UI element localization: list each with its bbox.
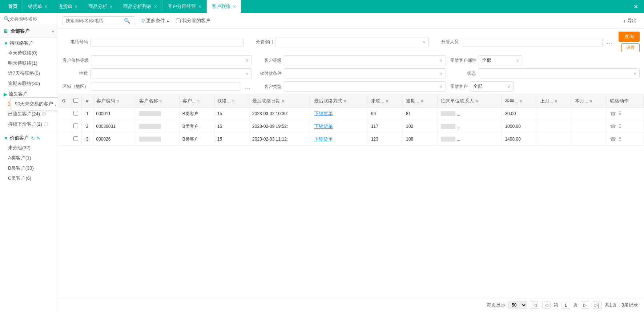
row-last-way-link[interactable]: 下销货单 (314, 136, 333, 142)
row-code: 000011 (93, 108, 136, 120)
filter-region-more-icon[interactable]: … (242, 83, 252, 90)
search-input[interactable] (66, 18, 124, 23)
row-num: 3 (81, 133, 93, 146)
close-tab-sales[interactable]: ✕ (44, 4, 48, 9)
col-last-date[interactable]: 最后联络日期 ⇅ (249, 95, 311, 108)
col-overdue[interactable]: 逾期... ⇅ (403, 95, 438, 108)
value-refresh-icon[interactable]: ↻ (31, 135, 35, 141)
sidebar-all-customers[interactable]: ⊞ 全部客户 « (0, 25, 58, 38)
filter-customer-type-select[interactable]: ∨ (284, 81, 446, 92)
filter-dept-select[interactable]: ∨ (275, 37, 429, 47)
action-more-icon[interactable]: ⠿ (618, 111, 622, 117)
filter-manager-more-icon[interactable]: … (605, 38, 614, 46)
col-code[interactable]: 客户编码 ⇅ (93, 95, 136, 108)
tab-sales[interactable]: 销货单 ✕ (23, 0, 53, 13)
settings-button[interactable]: 设置 (621, 43, 640, 52)
first-page-btn[interactable]: |◁ (530, 301, 539, 309)
next-page-btn[interactable]: ▷ (581, 301, 589, 309)
window-close-button[interactable]: ✕ (631, 3, 641, 10)
close-tab-customer-connect[interactable]: ✕ (233, 4, 236, 9)
sidebar-item-week[interactable]: 近7天待联络(0) (0, 68, 58, 78)
per-page-select[interactable]: 50 100 200 (508, 301, 527, 309)
action-phone-icon[interactable]: ☎ (610, 111, 616, 117)
close-tab-customer-tier[interactable]: ✕ (198, 4, 201, 9)
tab-analysis[interactable]: 商品分析 ✕ (83, 0, 118, 13)
my-customer-checkbox[interactable] (176, 19, 181, 23)
row-last-way-link[interactable]: 下销货单 (314, 123, 333, 129)
col-last-month[interactable]: 上月... ⇅ (537, 95, 572, 108)
last-page-btn[interactable]: ▷| (592, 301, 601, 309)
sidebar-search-icon: 🔍 (4, 16, 10, 22)
close-tab-analysis-list[interactable]: ✕ (154, 4, 157, 9)
filter-customer-level-select[interactable]: ∨ (284, 55, 446, 65)
action-phone-icon[interactable]: ☎ (610, 123, 616, 129)
row-last-way-link[interactable]: 下销货单 (314, 111, 333, 116)
filter-zero-customer-label: 零散客户 (450, 84, 468, 90)
col-name[interactable]: 客户名称 ⇅ (136, 95, 180, 108)
action-more-icon[interactable]: ⠿ (618, 136, 622, 142)
value-edit-icon[interactable]: ✎ (36, 135, 40, 141)
sidebar-item-a-class[interactable]: A类客户(1) (0, 153, 58, 163)
sidebar-item-c-class[interactable]: C类客户(6) (0, 173, 58, 183)
sidebar-collapse-icon[interactable]: « (52, 29, 54, 33)
row-this-year: 30.00 (502, 108, 537, 120)
tab-purchase[interactable]: 进货单 ✕ (53, 0, 83, 13)
sidebar-search-input[interactable] (10, 16, 58, 21)
tab-customer-connect[interactable]: 客户联络 ✕ (207, 0, 241, 13)
action-phone-icon[interactable]: ☎ (610, 136, 616, 142)
sidebar-item-churn-down[interactable]: 持续下滑客户(2) ⓘ (0, 119, 58, 129)
sidebar-group-pending[interactable]: ▼ 待联络客户 (0, 38, 58, 48)
sidebar-item-churn-actual[interactable]: 已流失客户(24) ⓘ (0, 109, 58, 119)
action-more-icon[interactable]: ⠿ (618, 123, 622, 129)
sort-date-icon: ⇅ (282, 99, 285, 103)
filter-payment-select[interactable]: ∨ (284, 68, 446, 78)
row-type: B类客户 (179, 133, 214, 146)
col-contacts[interactable]: 联络... ⇅ (214, 95, 249, 108)
row-checkbox[interactable] (73, 123, 78, 128)
filter-phone-input[interactable] (90, 38, 243, 46)
sidebar-item-today[interactable]: 今天待联络(0) (0, 48, 58, 58)
filter-status-select[interactable]: ∨ (478, 68, 640, 78)
current-page: 1 (561, 302, 570, 309)
tab-customer-tier[interactable]: 客户分层经营 ✕ (162, 0, 207, 13)
filter-region-input[interactable] (91, 82, 240, 91)
row-name (136, 108, 180, 120)
filter-zero-attr-select[interactable]: 全部 ∨ (479, 55, 522, 65)
filter-zero-attr: 零散客户属性 全部 ∨ (450, 55, 640, 65)
close-tab-purchase[interactable]: ✕ (75, 4, 78, 9)
filter-status: 状态 ∨ (450, 68, 640, 78)
tab-home[interactable]: 首页 (3, 0, 23, 13)
row-last-date: 2023-02-03 11:12: (249, 133, 311, 146)
col-this-year[interactable]: 本年... ⇅ (502, 95, 537, 108)
col-type[interactable]: 客户... ⇅ (179, 95, 214, 108)
filter-nature-select[interactable]: ∨ (90, 68, 252, 78)
filter-icon: ▽ (141, 18, 145, 24)
close-tab-analysis[interactable]: ✕ (109, 4, 113, 9)
sidebar-item-overdue[interactable]: 逾期未联络(30) (0, 78, 58, 89)
sidebar-item-unsorted[interactable]: 未分组(32) (0, 143, 58, 153)
sidebar-item-tomorrow[interactable]: 明天待联络(1) (0, 58, 58, 68)
row-last-month (537, 120, 572, 133)
more-conditions-btn[interactable]: ▽ 更多条件 ▲ (138, 16, 173, 25)
row-checkbox[interactable] (73, 136, 78, 141)
sidebar-group-value[interactable]: ▼ 价值客户 ↻ ✎ (0, 133, 58, 143)
export-btn[interactable]: ↑ 导出 (621, 16, 640, 25)
search-submit-icon[interactable]: 🔍 (124, 18, 130, 24)
filter-price-level-select[interactable]: ∨ (91, 55, 252, 65)
row-checkbox[interactable] (73, 111, 78, 116)
tab-analysis-list[interactable]: 商品分析列表 ✕ (118, 0, 162, 13)
col-no-contact[interactable]: 未联... ⇅ (368, 95, 403, 108)
sidebar-item-b-class[interactable]: B类客户(33) (0, 163, 58, 173)
col-settings[interactable]: ⚙ (58, 95, 70, 108)
chevron-dept-icon: ∨ (423, 40, 426, 44)
col-this-month[interactable]: 本月... ⇅ (572, 95, 607, 108)
query-button[interactable]: 查询 (619, 32, 640, 42)
filter-manager-input[interactable] (461, 38, 603, 46)
filter-zero-customer-select[interactable]: 全部 ∨ (470, 81, 514, 92)
churn-tooltip: 90天未交易的客户，可能有流失风险。 (10, 97, 58, 110)
col-last-way[interactable]: 最后联络方式 ⇅ (311, 95, 368, 108)
col-unit-contact[interactable]: 往来单位联系人 ⇅ (438, 95, 502, 108)
prev-page-btn[interactable]: ◁ (542, 301, 551, 309)
select-all-checkbox[interactable] (73, 98, 78, 103)
table-header-row: ⚙ # 客户编码 ⇅ 客户名称 ⇅ (58, 95, 644, 108)
